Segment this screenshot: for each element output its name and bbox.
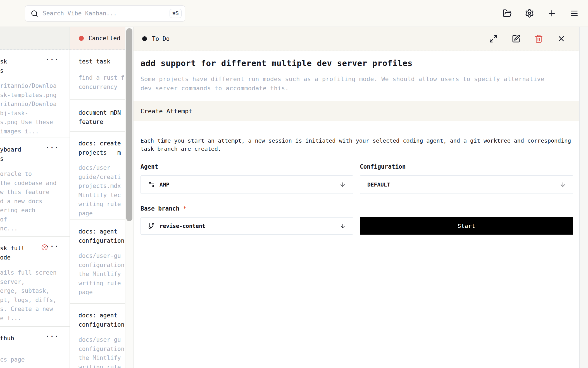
card-desc-line: docs/user- bbox=[78, 163, 125, 173]
card-desc-line: ritannio/Downloa bbox=[0, 81, 70, 91]
column-header-left bbox=[0, 27, 70, 50]
main-menu-button[interactable] bbox=[570, 9, 579, 18]
edit-icon bbox=[512, 34, 520, 43]
topbar: Search Vibe Kanban... ⌘S bbox=[0, 0, 588, 27]
card-desc-line: Mintlify tec bbox=[78, 191, 125, 200]
card-title-line: yboard bbox=[0, 145, 70, 154]
task-status-label: To Do bbox=[152, 36, 170, 42]
task-card[interactable]: sk s ... ritannio/Downloa sk-templates.p… bbox=[0, 50, 70, 138]
expand-icon bbox=[489, 34, 498, 43]
panel-scrollbar[interactable] bbox=[579, 27, 588, 368]
card-desc-line: pt, logs, diffs, bbox=[0, 296, 70, 305]
task-card[interactable]: thub ... cs page bbox=[0, 327, 70, 368]
card-desc-line: page bbox=[78, 209, 125, 218]
ellipsis-icon[interactable]: ... bbox=[46, 241, 59, 248]
board-scrollbar-thumb[interactable] bbox=[126, 28, 132, 221]
card-title-line: docs: create bbox=[78, 139, 125, 148]
task-card[interactable]: docs: agent configuration docs/user-gu c… bbox=[70, 220, 125, 304]
gear-icon bbox=[525, 9, 534, 18]
create-attempt-info: Each time you start an attempt, a new se… bbox=[141, 137, 573, 153]
card-desc-line: the Mintlify bbox=[78, 353, 125, 363]
hamburger-menu-icon bbox=[570, 9, 579, 18]
create-attempt-heading: Create Attempt bbox=[134, 101, 579, 121]
card-desc-line: ering each bbox=[0, 206, 70, 215]
board-scrollbar[interactable] bbox=[125, 27, 133, 368]
card-title-line: projects - m bbox=[78, 148, 125, 157]
base-branch-select[interactable]: revise-content bbox=[141, 217, 353, 235]
vibe-kanban-app: Search Vibe Kanban... ⌘S bbox=[0, 0, 588, 368]
card-desc-line: w this feature bbox=[0, 188, 70, 197]
card-desc-line: erge, subtask, bbox=[0, 286, 70, 296]
configuration-label: Configuration bbox=[360, 163, 573, 170]
card-desc-line: writing rule bbox=[78, 279, 125, 288]
card-desc-line: configuration bbox=[78, 345, 125, 354]
card-title-line: docs: agent bbox=[78, 311, 125, 320]
ellipsis-icon[interactable]: ... bbox=[46, 331, 59, 338]
card-desc-line: d a new docs bbox=[0, 197, 70, 206]
arrow-down-icon bbox=[339, 223, 346, 229]
ellipsis-icon[interactable]: ... bbox=[46, 54, 59, 62]
expand-button[interactable] bbox=[489, 34, 498, 43]
card-desc-line: server, bbox=[0, 277, 70, 287]
column-header-cancelled: Cancelled bbox=[70, 27, 125, 50]
search-placeholder: Search Vibe Kanban... bbox=[43, 10, 170, 17]
panel-actions bbox=[489, 34, 588, 43]
arrow-down-icon bbox=[560, 181, 566, 188]
main-area: sk s ... ritannio/Downloa sk-templates.p… bbox=[0, 27, 588, 368]
cancelled-status-dot-icon bbox=[79, 36, 84, 41]
search-input[interactable]: Search Vibe Kanban... ⌘S bbox=[25, 5, 185, 22]
kanban-column-left: sk s ... ritannio/Downloa sk-templates.p… bbox=[0, 27, 70, 368]
task-description-line: Some projects have different run modes s… bbox=[141, 74, 573, 84]
card-desc-line: images i... bbox=[0, 127, 70, 136]
task-title: add support for different multiple dev s… bbox=[141, 57, 573, 69]
topbar-actions bbox=[503, 9, 579, 18]
card-title-line: configuration bbox=[78, 236, 125, 246]
card-desc-line: ritannio/Downloa bbox=[0, 100, 70, 109]
task-detail-panel: To Do bbox=[133, 27, 588, 368]
kanban-column-cancelled: Cancelled test task find a rust f concur… bbox=[70, 27, 125, 368]
agent-select[interactable]: AMP bbox=[141, 175, 353, 194]
task-card[interactable]: document mDN feature bbox=[70, 100, 125, 132]
trash-icon bbox=[534, 34, 543, 43]
task-card[interactable]: docs: agent configuration docs/user-gu c… bbox=[70, 304, 125, 368]
edit-task-button[interactable] bbox=[512, 34, 520, 43]
search-icon bbox=[31, 10, 38, 17]
create-attempt-info-line: Each time you start an attempt, a new se… bbox=[141, 137, 573, 145]
base-branch-label-text: Base branch bbox=[141, 205, 179, 212]
arrow-down-icon bbox=[339, 181, 346, 188]
spacer bbox=[360, 205, 573, 217]
task-description: Some projects have different run modes s… bbox=[141, 74, 573, 93]
configuration-select[interactable]: DEFAULT bbox=[360, 175, 573, 194]
card-desc-line: s.png Use these bbox=[0, 118, 70, 127]
card-desc-line: docs/user-gu bbox=[78, 335, 125, 345]
panel-body: add support for different multiple dev s… bbox=[134, 51, 579, 368]
start-attempt-button[interactable]: Start bbox=[360, 217, 573, 235]
git-branch-icon bbox=[148, 223, 155, 229]
card-desc-line: the Mintlify bbox=[78, 270, 125, 279]
card-desc-line: bj-task- bbox=[0, 109, 70, 118]
task-card[interactable]: sk full ode ... ails full screen server,… bbox=[0, 237, 70, 327]
card-desc-line: nc... bbox=[0, 224, 70, 233]
task-card[interactable]: docs: create projects - m docs/user- gui… bbox=[70, 132, 125, 220]
plus-icon bbox=[547, 9, 556, 18]
add-task-button[interactable] bbox=[547, 9, 556, 18]
card-title-line: s bbox=[0, 154, 70, 164]
card-desc-line: configuration bbox=[78, 261, 125, 270]
card-desc-line: find a rust f bbox=[78, 73, 125, 82]
ellipsis-icon[interactable]: ... bbox=[46, 142, 59, 150]
column-name: Cancelled bbox=[89, 35, 120, 42]
card-title-line: test task bbox=[78, 57, 125, 66]
card-desc-line: ails full screen bbox=[0, 268, 70, 277]
create-attempt-form: Agent Configuration AMP DEFAULT bbox=[141, 163, 573, 235]
create-attempt-info-line: task branch are created. bbox=[141, 145, 573, 153]
task-card[interactable]: test task find a rust f concurrency bbox=[70, 50, 125, 100]
settings-button[interactable] bbox=[525, 9, 534, 18]
card-title-line: sk full bbox=[0, 244, 70, 253]
task-card[interactable]: yboard s ... oracle to the codebase and … bbox=[0, 138, 70, 237]
close-panel-button[interactable] bbox=[557, 34, 566, 43]
task-description-line: dev server commands to accommodate this. bbox=[141, 84, 573, 93]
sliders-icon bbox=[148, 181, 155, 188]
open-project-button[interactable] bbox=[503, 9, 512, 18]
card-desc-line: sk-templates.png bbox=[0, 91, 70, 100]
delete-task-button[interactable] bbox=[534, 34, 543, 43]
